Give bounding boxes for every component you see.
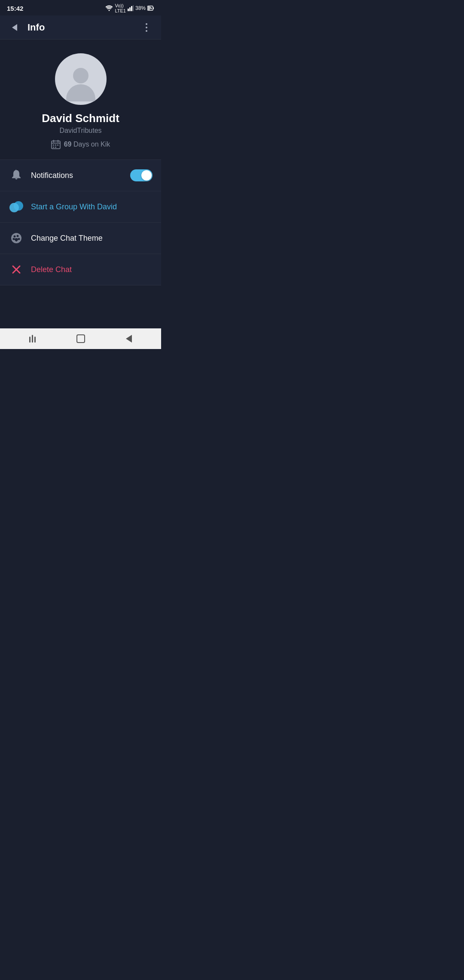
status-time: 15:42 (7, 5, 23, 12)
recent-apps-button[interactable] (29, 335, 36, 343)
status-bar: 15:42 Vo))LTE1 38% (0, 0, 161, 15)
avatar-body (66, 84, 95, 101)
home-button[interactable] (76, 334, 85, 343)
recent-apps-icon (29, 335, 36, 343)
svg-rect-2 (129, 7, 131, 11)
days-number: 69 (64, 141, 72, 148)
gesture-line-3 (34, 337, 36, 343)
page-title: Info (27, 22, 45, 33)
svg-rect-3 (131, 6, 132, 11)
delete-chat-label: Delete Chat (31, 265, 153, 274)
wifi-icon (105, 5, 113, 11)
delete-icon (9, 262, 24, 277)
change-theme-label: Change Chat Theme (31, 234, 153, 243)
profile-username: DavidTributes (59, 127, 101, 135)
menu-item-change-theme[interactable]: Change Chat Theme (0, 223, 161, 254)
start-group-label: Start a Group With David (31, 202, 153, 211)
circle-1 (9, 203, 19, 212)
dot-icon (146, 23, 147, 25)
bottom-nav-bar (0, 328, 161, 349)
days-text: 69 Days on Kik (64, 141, 110, 148)
svg-point-19 (17, 235, 19, 237)
svg-rect-15 (53, 147, 54, 148)
menu-item-delete-chat[interactable]: Delete Chat (0, 254, 161, 285)
menu-list: Notifications Start a Group With David (0, 160, 161, 285)
status-icons: Vo))LTE1 38% (105, 3, 154, 13)
notifications-toggle-container (130, 169, 153, 181)
palette-svg (10, 232, 22, 244)
svg-rect-13 (55, 144, 56, 146)
x-svg (11, 264, 21, 275)
palette-icon (9, 230, 24, 246)
avatar-person (66, 68, 95, 101)
profile-section: David Schmidt DavidTributes 69 Days on K… (0, 40, 161, 160)
menu-item-start-group[interactable]: Start a Group With David (0, 191, 161, 223)
days-label: Days on Kik (73, 141, 110, 148)
back-arrow-icon (12, 24, 17, 31)
dot-icon (146, 27, 147, 28)
days-on-kik: 69 Days on Kik (51, 140, 110, 149)
nav-bar: Info (0, 15, 161, 40)
svg-rect-4 (133, 5, 134, 11)
system-back-button[interactable] (126, 335, 132, 343)
svg-rect-7 (153, 7, 154, 9)
group-icon (9, 199, 24, 214)
bell-svg (11, 169, 22, 181)
svg-point-20 (18, 238, 20, 240)
signal-bars-icon (128, 5, 134, 11)
calendar-icon (51, 140, 61, 149)
profile-name: David Schmidt (42, 112, 119, 125)
group-circles-icon (9, 201, 23, 212)
gesture-line-2 (32, 335, 33, 343)
battery-text: 38% (135, 5, 146, 11)
dot-icon (146, 30, 147, 32)
avatar (55, 53, 107, 105)
signal-text: Vo))LTE1 (115, 3, 125, 13)
svg-rect-16 (55, 147, 56, 148)
menu-item-notifications[interactable]: Notifications (0, 160, 161, 191)
bell-icon (9, 168, 24, 183)
toggle-knob (141, 170, 152, 181)
notifications-toggle[interactable] (130, 169, 153, 181)
svg-point-0 (109, 10, 110, 11)
avatar-head (73, 68, 89, 83)
gesture-line-1 (29, 337, 31, 343)
svg-rect-1 (128, 9, 129, 11)
more-options-button[interactable] (139, 20, 154, 35)
x-icon-svg (11, 264, 21, 275)
svg-rect-14 (57, 144, 58, 146)
svg-rect-12 (53, 144, 54, 146)
back-button[interactable] (7, 20, 22, 35)
svg-point-21 (13, 238, 15, 240)
notifications-label: Notifications (31, 171, 130, 180)
svg-point-18 (14, 236, 16, 238)
battery-icon (147, 6, 154, 11)
